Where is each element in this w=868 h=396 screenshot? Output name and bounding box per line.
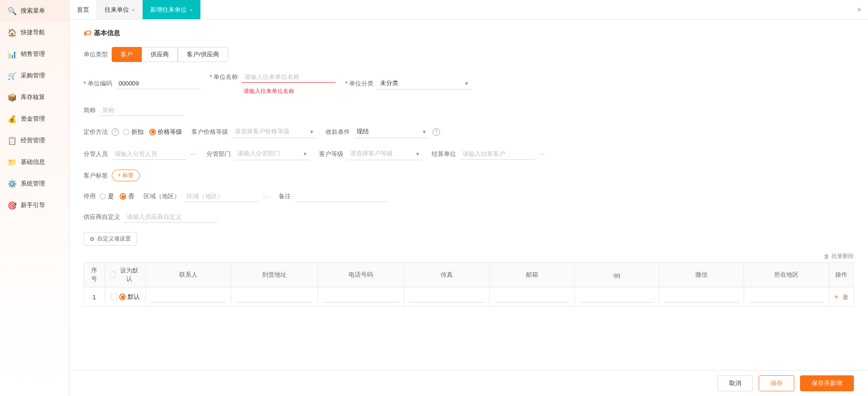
sidebar-item-label: 资金管理	[21, 115, 45, 123]
close-all-tabs[interactable]: ×	[851, 6, 868, 14]
tab-new-partner[interactable]: 新增往来单位 ×	[143, 0, 200, 19]
unit-name-input[interactable]	[242, 71, 335, 83]
type-btn-both[interactable]: 客户/供应商	[178, 47, 228, 62]
payment-terms-label: 收款条件	[326, 128, 350, 136]
sidebar-item-purchase[interactable]: 🛒 采购管理	[0, 65, 69, 86]
customer-level-item: 客户等级 请选择客户等级 ▾	[319, 148, 422, 160]
col-email: 邮箱	[489, 263, 574, 287]
type-btn-customer[interactable]: 客户	[112, 47, 142, 62]
email-input[interactable]	[495, 291, 570, 303]
supervisor-row: 分管人员 ··· 分管部门 请输入分管部门 ▾ 客户等级 请选择客户等级 ▾ 结…	[84, 148, 854, 160]
col-default-label: 设为默认	[118, 266, 141, 283]
sidebar-item-label: 库存核算	[21, 93, 45, 101]
sidebar-search[interactable]: 🔍 搜索菜单	[0, 0, 69, 22]
settlement-unit-input[interactable]	[460, 148, 535, 160]
customer-level-select[interactable]: 请选择客户等级 ▾	[347, 148, 422, 160]
unit-code-input[interactable]	[116, 78, 200, 89]
contact-input[interactable]	[151, 291, 226, 303]
region-more[interactable]: ···	[263, 193, 269, 200]
dept-arrow: ▾	[304, 150, 307, 157]
cell-email[interactable]	[489, 287, 574, 307]
cell-fax[interactable]	[404, 287, 489, 307]
cell-contact[interactable]	[146, 287, 231, 307]
customer-price-level-select[interactable]: 请选择客户价格等级 ▾	[232, 125, 316, 138]
settlement-more[interactable]: ···	[539, 150, 545, 157]
qq-input[interactable]	[579, 291, 654, 303]
region-table-input[interactable]	[749, 291, 824, 303]
radio-price-level[interactable]: 价格等级	[149, 128, 182, 136]
address-input[interactable]	[236, 291, 313, 303]
short-name-item: 简称	[84, 105, 184, 116]
dept-placeholder: 请输入分管部门	[237, 149, 280, 158]
wechat-input[interactable]	[664, 291, 739, 303]
col-address: 到货地址	[231, 263, 318, 287]
pricing-method-item: 定价方法 ? 折扣 价格等级	[84, 128, 182, 136]
radio-price-level-label: 价格等级	[158, 128, 182, 136]
custom-settings-button[interactable]: ⚙ 自定义项设置	[84, 232, 137, 246]
operations-icon: 📋	[8, 136, 17, 145]
region-item: 区域（地区） ···	[144, 191, 269, 202]
unit-category-select[interactable]: 未分类 ▾	[377, 77, 471, 90]
remark-item: 备注	[279, 191, 388, 202]
payment-terms-select[interactable]: 现结 ▾	[354, 125, 429, 138]
short-name-input[interactable]	[99, 105, 184, 116]
pricing-help-icon[interactable]: ?	[112, 128, 119, 136]
remark-input[interactable]	[295, 191, 388, 202]
select-all-checkbox[interactable]	[110, 272, 116, 278]
phone-input[interactable]	[323, 291, 400, 303]
radio-discount[interactable]: 折扣	[123, 128, 144, 136]
dept-select[interactable]: 请输入分管部门 ▾	[235, 148, 310, 160]
sidebar-item-guide[interactable]: 🎯 新手引导	[0, 194, 69, 216]
batch-delete-area[interactable]: 🗑 批量删除	[84, 250, 854, 262]
tab-new-partner-close[interactable]: ×	[190, 7, 192, 13]
row-add-button[interactable]: +	[834, 293, 838, 301]
cancel-button[interactable]: 取消	[717, 375, 753, 391]
sidebar-item-inventory[interactable]: 📦 库存核算	[0, 86, 69, 108]
cell-wechat[interactable]	[659, 287, 744, 307]
sidebar-item-sales[interactable]: 📊 销售管理	[0, 43, 69, 65]
tab-partner-list-close[interactable]: ×	[132, 7, 135, 13]
cell-phone[interactable]	[318, 287, 404, 307]
payment-terms-value: 现结	[357, 127, 369, 136]
unit-name-label: * 单位名称	[210, 73, 238, 81]
sidebar-item-operations[interactable]: 📋 经营管理	[0, 130, 69, 151]
sidebar-item-quick-nav[interactable]: 🏠 快捷导航	[0, 22, 69, 43]
sidebar-item-finance[interactable]: 💰 资金管理	[0, 108, 69, 130]
cell-qq[interactable]	[575, 287, 659, 307]
add-tag-button[interactable]: + 标签	[112, 170, 140, 181]
type-btn-supplier[interactable]: 供应商	[142, 47, 178, 62]
cell-address[interactable]	[231, 287, 318, 307]
sidebar: 🔍 搜索菜单 🏠 快捷导航 📊 销售管理 🛒 采购管理 📦 库存核算 💰 资金管…	[0, 0, 69, 396]
supervisor-more[interactable]: ···	[190, 150, 197, 157]
customer-level-arrow: ▾	[416, 150, 419, 157]
payment-help-icon[interactable]: ?	[433, 128, 440, 136]
dept-item: 分管部门 请输入分管部门 ▾	[206, 148, 310, 160]
supervisor-label: 分管人员	[84, 150, 108, 158]
save-button[interactable]: 保存	[759, 375, 794, 391]
short-name-row: 简称	[84, 105, 854, 116]
save-new-button[interactable]: 保存并新增	[800, 375, 854, 391]
radio-yes[interactable]: 是	[99, 192, 114, 201]
row-delete-button[interactable]: 🗑	[842, 293, 849, 301]
contact-table: 序号 设为默认 联系人 到货地址 电话号码 传真 邮箱 qq	[84, 262, 854, 307]
row-checkbox[interactable]	[111, 294, 117, 300]
sidebar-item-system[interactable]: ⚙️ 系统管理	[0, 173, 69, 194]
region-input[interactable]	[184, 191, 259, 202]
section-title-text: 基本信息	[94, 29, 120, 38]
supervisor-item: 分管人员 ···	[84, 148, 197, 160]
settlement-unit-label: 结算单位	[432, 150, 456, 158]
customer-price-level-placeholder: 请选择客户价格等级	[235, 127, 289, 136]
sidebar-item-base[interactable]: 📁 基础信息	[0, 151, 69, 173]
cell-region[interactable]	[744, 287, 829, 307]
radio-no[interactable]: 否	[120, 192, 134, 201]
dept-label: 分管部门	[206, 150, 231, 158]
tab-home[interactable]: 首页	[69, 0, 97, 19]
tags-row: 客户标签 + 标签	[84, 170, 854, 181]
supplier-custom-row: 供应商自定义	[84, 211, 854, 223]
tab-partner-list[interactable]: 往来单位 ×	[97, 0, 143, 19]
supervisor-input[interactable]	[112, 148, 187, 160]
fax-input[interactable]	[409, 291, 484, 303]
row-default-radio[interactable]: 默认	[119, 293, 140, 301]
col-no: 序号	[84, 263, 105, 287]
supplier-custom-input[interactable]	[124, 211, 218, 223]
